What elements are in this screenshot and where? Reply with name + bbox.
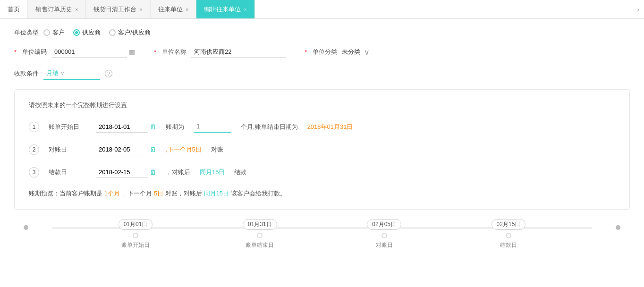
tab-sales-history-label: 销售订单历史	[35, 5, 72, 14]
radio-customer-supplier-circle	[109, 29, 116, 36]
tab-edit-partner[interactable]: 编辑往来单位 ×	[196, 0, 254, 18]
step-2-date-field: 🗓	[96, 144, 156, 155]
step-3-date-input[interactable]	[96, 167, 148, 178]
radio-supplier-circle	[73, 29, 80, 36]
payment-terms-label: 收款条件	[14, 69, 39, 78]
tab-more-arrow[interactable]: ›	[633, 0, 644, 18]
timeline-label-1: 账单结束日	[246, 241, 274, 249]
payment-terms-row: 收款条件 月结 ∨ ?	[14, 67, 630, 80]
arrow-right-icon: ›	[637, 6, 639, 13]
step-3-suffix: 结款	[234, 168, 246, 177]
step-3-row: 3 结款日 🗓 ，对账后 同月15日 结款	[29, 167, 615, 178]
timeline-badge-1: 01月31日	[243, 219, 277, 230]
preview-text-area: 账期预览：当前客户账期是 1个月， 下一个月 5日 对账，对账后 同月15日 该…	[29, 189, 615, 198]
close-partner-unit-icon[interactable]: ×	[186, 7, 188, 12]
step-1-desc-suffix: 个月,账单结束日期为	[241, 123, 298, 131]
close-edit-partner-icon[interactable]: ×	[244, 7, 246, 12]
step-2-label: 对账日	[49, 145, 86, 154]
unit-cat-star: *	[305, 49, 307, 56]
step-3-date-field: 🗓	[96, 167, 156, 178]
step-2-cal-icon: 🗓	[150, 146, 156, 153]
unit-name-label: 单位名称	[162, 48, 186, 56]
step-2-date-input[interactable]	[96, 144, 148, 155]
payment-terms-value: 月结	[46, 69, 59, 77]
unit-code-label: 单位编码	[22, 48, 47, 56]
close-sales-history-icon[interactable]: ×	[75, 7, 78, 12]
step-1-date-input[interactable]	[96, 121, 148, 133]
timeline-node-0: 01月01日 账单开始日	[119, 219, 153, 249]
step-1-period-input[interactable]	[194, 121, 231, 133]
step-1-desc-prefix: 账期为	[166, 123, 184, 131]
unit-cat-value: 未分类	[342, 48, 360, 56]
unit-details-row: * 单位编码 ▦ * 单位名称 * 单位分类 未分类 ∨	[14, 46, 630, 58]
tab-partner-unit-label: 往来单位	[158, 5, 183, 14]
timeline-area: 01月01日 账单开始日 01月31日 账单结束日 02月05日 对账日 02月…	[14, 219, 630, 259]
timeline-items: 01月01日 账单开始日 01月31日 账单结束日 02月05日 对账日 02月…	[24, 219, 620, 249]
preview-suffix: 该客户会给我打款。	[231, 190, 286, 197]
preview-highlight1: 1个月，	[104, 190, 126, 197]
unit-type-radio-group: 客户 供应商 客户/供应商	[43, 28, 151, 37]
step-3-number: 3	[29, 167, 39, 177]
start-dot	[24, 225, 28, 230]
radio-customer[interactable]: 客户	[43, 28, 65, 37]
tab-cash-work[interactable]: 钱货日清工作台 ×	[86, 0, 150, 18]
tab-home-label: 首页	[8, 5, 20, 14]
tab-sales-history[interactable]: 销售订单历史 ×	[28, 0, 86, 18]
step-3-prefix: ，对账后	[166, 168, 190, 177]
unit-code-field: ▦	[51, 46, 135, 58]
tab-home[interactable]: 首页	[0, 0, 28, 18]
preview-highlight2: 5日	[154, 190, 163, 197]
radio-customer-label: 客户	[52, 28, 65, 37]
payment-terms-chevron: ∨	[60, 70, 65, 76]
timeline-dot-1	[257, 233, 263, 238]
radio-customer-circle	[43, 29, 50, 36]
settings-panel: 请按照未来的一个完整帐期进行设置 1 账单开始日 🗓 账期为 个月,账单结束日期…	[14, 89, 630, 210]
unit-cat-dropdown-icon[interactable]: ∨	[364, 48, 370, 57]
payment-terms-select[interactable]: 月结 ∨	[43, 67, 100, 80]
unit-cat-select-group: 未分类 ∨	[342, 48, 370, 57]
tabs-bar: 首页 销售订单历史 × 钱货日清工作台 × 往来单位 × 编辑往来单位 × ›	[0, 0, 644, 19]
tab-partner-unit[interactable]: 往来单位 ×	[151, 0, 196, 18]
main-content: 单位类型 客户 供应商 客户/供应商 * 单位编码 ▦ * 单位名称 *	[0, 19, 644, 287]
step-2-number: 2	[29, 144, 39, 155]
preview-text2: 对账，对账后	[165, 190, 202, 197]
step-1-date-field: 🗓	[96, 121, 156, 133]
unit-cat-label: 单位分类	[313, 48, 337, 56]
timeline-node-3: 02月15日 结款日	[491, 219, 526, 249]
unit-type-row: 单位类型 客户 供应商 客户/供应商	[14, 28, 630, 37]
preview-text1: 下一个月	[127, 190, 152, 197]
step-1-label: 账单开始日	[49, 123, 86, 131]
timeline-dot-2	[381, 233, 387, 238]
step-3-teal-desc: 同月15日	[200, 168, 225, 177]
tab-edit-partner-label: 编辑往来单位	[204, 5, 241, 14]
timeline-dot-0	[133, 233, 138, 238]
timeline-node-1: 01月31日 账单结束日	[243, 219, 277, 249]
preview-prefix: 账期预览：当前客户账期是	[29, 190, 102, 197]
timeline-start-dot	[24, 219, 28, 230]
unit-code-input[interactable]	[51, 46, 127, 58]
timeline-dot-3	[506, 233, 511, 238]
timeline-label-0: 账单开始日	[121, 241, 150, 249]
radio-customer-supplier[interactable]: 客户/供应商	[109, 28, 151, 37]
timeline-label-2: 对账日	[376, 241, 393, 249]
timeline-node-2: 02月05日 对账日	[367, 219, 401, 249]
close-cash-work-icon[interactable]: ×	[139, 7, 142, 12]
timeline-label-3: 结款日	[500, 241, 517, 249]
step-2-orange-desc: ,下一个月5日	[166, 145, 202, 154]
radio-supplier[interactable]: 供应商	[73, 28, 101, 37]
tab-cash-work-label: 钱货日清工作台	[93, 5, 136, 14]
unit-name-input[interactable]	[191, 46, 286, 58]
panel-title: 请按照未来的一个完整帐期进行设置	[29, 101, 615, 110]
step-1-cal-icon: 🗓	[150, 123, 156, 131]
unit-code-star: *	[14, 49, 17, 56]
preview-highlight3: 同月15日	[204, 190, 229, 197]
step-1-end-date: 2018年01月31日	[307, 123, 353, 131]
step-3-label: 结款日	[49, 168, 86, 177]
payment-terms-help-icon[interactable]: ?	[105, 70, 112, 77]
radio-customer-supplier-label: 客户/供应商	[118, 28, 151, 37]
timeline-badge-2: 02月05日	[367, 219, 401, 230]
unit-code-icon: ▦	[129, 48, 135, 56]
step-1-row: 1 账单开始日 🗓 账期为 个月,账单结束日期为 2018年01月31日	[29, 121, 615, 133]
step-2-suffix: 对账	[211, 145, 223, 154]
timeline-badge-3: 02月15日	[491, 219, 526, 230]
